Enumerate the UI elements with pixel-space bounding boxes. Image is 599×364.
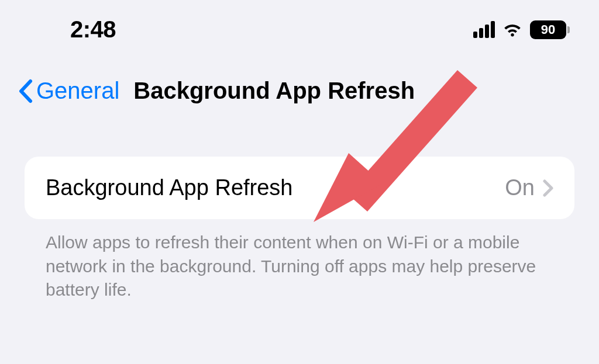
row-label: Background App Refresh bbox=[46, 175, 293, 200]
cellular-icon bbox=[473, 22, 495, 38]
row-value-group: On bbox=[505, 175, 553, 200]
battery-icon: 90 bbox=[530, 20, 570, 39]
back-button[interactable]: General bbox=[18, 78, 119, 104]
page-title: Background App Refresh bbox=[133, 78, 415, 104]
background-app-refresh-row[interactable]: Background App Refresh On bbox=[25, 157, 574, 219]
battery-level: 90 bbox=[541, 22, 555, 37]
status-indicators: 90 bbox=[473, 20, 570, 39]
content-area: Background App Refresh On Allow apps to … bbox=[0, 122, 599, 302]
wifi-icon bbox=[502, 22, 523, 38]
chevron-left-icon bbox=[18, 79, 34, 103]
chevron-right-icon bbox=[543, 179, 553, 197]
status-bar: 2:48 90 bbox=[0, 0, 599, 54]
status-time: 2:48 bbox=[70, 16, 116, 43]
row-value: On bbox=[505, 175, 535, 200]
nav-bar: General Background App Refresh bbox=[0, 54, 599, 122]
footer-description: Allow apps to refresh their content when… bbox=[25, 219, 574, 302]
back-label: General bbox=[36, 78, 119, 104]
